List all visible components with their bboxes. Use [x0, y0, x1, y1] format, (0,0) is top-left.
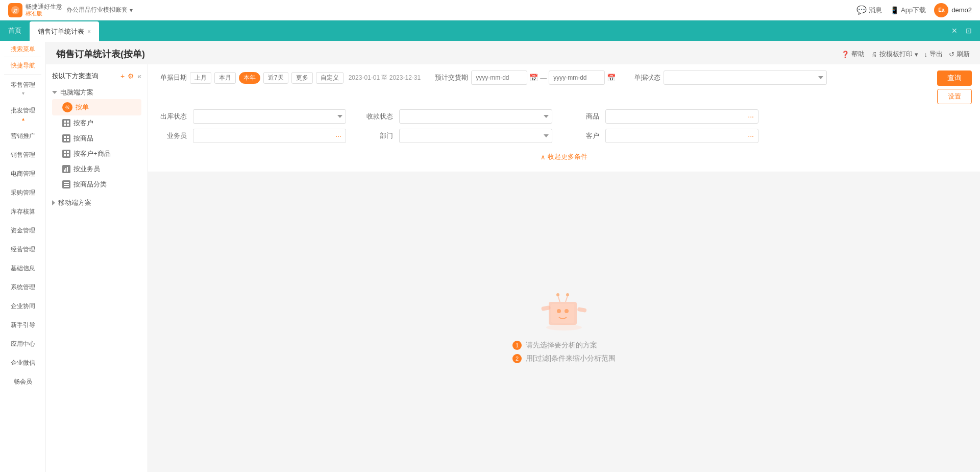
scheme-item-by-product-category[interactable]: 按商品分类	[52, 177, 141, 192]
sidebar-item-wholesale[interactable]: 批发管理 ▴	[0, 101, 45, 127]
expected-date-end-icon[interactable]: 📅	[607, 74, 616, 82]
window-maximize-button[interactable]: ⊡	[964, 26, 974, 36]
sidebar-item-appcenter[interactable]: 应用中心	[0, 335, 45, 353]
window-controls: ✕ ⊡	[949, 26, 980, 36]
export-button[interactable]: ↓ 导出	[924, 50, 943, 59]
user-profile[interactable]: Ea demo2	[934, 3, 972, 17]
empty-state: 1 请先选择要分析的方案 2 用[过滤]条件来缩小分析范围	[148, 172, 980, 472]
sidebar-divider-1	[4, 57, 41, 57]
date-range-display: 2023-01-01 至 2023-12-31	[349, 74, 421, 82]
filter-row-1: 单据日期 上月 本月 本年 近7天 更多 自定义	[156, 70, 972, 104]
query-button[interactable]: 查询	[937, 70, 972, 86]
svg-rect-5	[67, 124, 69, 126]
sidebar-item-ecommerce[interactable]: 电商管理	[0, 164, 45, 183]
svg-point-23	[557, 309, 561, 313]
scheme-item-by-salesperson[interactable]: 按业务员	[52, 161, 141, 177]
date-label: 单据日期	[156, 73, 187, 82]
desktop-group-header[interactable]: 电脑端方案	[52, 86, 141, 99]
refresh-button[interactable]: ↺ 刷新	[949, 50, 970, 59]
svg-rect-6	[64, 136, 66, 138]
filter-area: 单据日期 上月 本月 本年 近7天 更多 自定义	[148, 64, 980, 172]
app-download-button[interactable]: 📱 App下载	[890, 6, 926, 15]
date-btn-this-month[interactable]: 本月	[214, 72, 236, 84]
svg-point-30	[566, 293, 569, 296]
expected-date-start-input[interactable]	[471, 70, 527, 85]
help-button[interactable]: ❓ 帮助	[841, 50, 865, 59]
sidebar-item-system[interactable]: 系统管理	[0, 278, 45, 297]
right-panel: 单据日期 上月 本月 本年 近7天 更多 自定义	[148, 64, 980, 472]
desktop-group-expand-icon	[52, 91, 57, 94]
left-panel-icons: + ⚙ «	[120, 72, 141, 80]
print-button[interactable]: 🖨 按模板打印 ▾	[871, 50, 918, 59]
message-icon: 💬	[856, 5, 867, 15]
app-title-dropdown[interactable]: 办公用品行业模拟账套 ▾	[66, 6, 133, 14]
add-scheme-button[interactable]: +	[120, 72, 125, 80]
svg-rect-10	[64, 151, 66, 153]
salesperson-dots[interactable]: ···	[335, 132, 341, 140]
sidebar-item-wechat[interactable]: 企业微信	[0, 353, 45, 372]
date-btn-this-year[interactable]: 本年	[239, 72, 260, 84]
collapse-panel-button[interactable]: «	[137, 72, 141, 80]
print-icon: 🖨	[871, 51, 877, 58]
svg-point-24	[565, 309, 569, 313]
window-close-button[interactable]: ✕	[949, 26, 960, 36]
order-status-group: 单据状态	[630, 70, 827, 85]
svg-rect-19	[64, 186, 69, 187]
wholesale-expand-icon: ▴	[22, 116, 24, 122]
message-button[interactable]: 💬 消息	[856, 5, 882, 15]
customer-dots[interactable]: ···	[748, 132, 754, 140]
scheme-icon-by-order: 按	[62, 102, 72, 112]
sidebar-item-finance[interactable]: 资金管理	[0, 221, 45, 240]
tab-sales-order-stats[interactable]: 销售订单统计表 ×	[30, 21, 99, 42]
date-btn-custom[interactable]: 自定义	[316, 72, 344, 84]
sidebar-item-sales[interactable]: 销售管理	[0, 146, 45, 164]
svg-point-20	[546, 324, 582, 331]
salesperson-input-area[interactable]: ···	[193, 129, 346, 143]
sidebar-item-newbie[interactable]: 新手引导	[0, 316, 45, 335]
scheme-item-by-customer-product[interactable]: 按客户+商品	[52, 146, 141, 161]
sidebar-item-basics[interactable]: 基础信息	[0, 259, 45, 278]
svg-rect-13	[67, 154, 69, 156]
scheme-item-by-product[interactable]: 按商品	[52, 131, 141, 146]
sidebar-item-purchase[interactable]: 采购管理	[0, 183, 45, 202]
svg-rect-8	[64, 139, 66, 141]
date-btn-last-month[interactable]: 上月	[190, 72, 211, 84]
empty-tip-2: 2 用[过滤]条件来缩小分析范围	[512, 354, 616, 363]
sidebar-item-member[interactable]: 畅会员	[0, 372, 45, 391]
scheme-icon-by-salesperson	[62, 165, 70, 173]
expected-date-label: 预计交货期	[435, 73, 468, 82]
svg-rect-15	[65, 168, 66, 172]
expected-date-start-icon[interactable]: 📅	[529, 74, 538, 82]
product-dots[interactable]: ···	[748, 112, 754, 121]
settings-scheme-button[interactable]: ⚙	[128, 72, 134, 80]
mobile-group-header[interactable]: 移动端方案	[52, 196, 141, 209]
payment-status-select[interactable]	[399, 109, 552, 124]
order-status-select[interactable]	[664, 70, 827, 85]
sidebar-item-marketing[interactable]: 营销推广	[0, 127, 45, 146]
date-filter-group: 单据日期 上月 本月 本年 近7天 更多 自定义	[156, 72, 344, 84]
scheme-item-by-customer[interactable]: 按客户	[52, 115, 141, 131]
delivery-status-select[interactable]	[193, 109, 346, 124]
collapse-filter-button[interactable]: ∧ 收起更多条件	[156, 148, 972, 166]
mobile-group-expand-icon	[52, 200, 55, 205]
department-select[interactable]	[399, 129, 552, 143]
sidebar-item-inventory[interactable]: 库存核算	[0, 202, 45, 221]
scheme-item-by-order[interactable]: 按 按单	[52, 99, 141, 115]
sidebar-item-enterprise[interactable]: 企业协同	[0, 297, 45, 316]
customer-input-area[interactable]: ···	[605, 129, 758, 143]
svg-rect-9	[67, 139, 69, 141]
sidebar-item-retail[interactable]: 零售管理 ▾	[0, 76, 45, 101]
setting-button[interactable]: 设置	[937, 89, 972, 104]
sidebar-quick-nav[interactable]: 快捷导航	[0, 58, 45, 73]
product-input-area[interactable]: ···	[605, 109, 758, 124]
sidebar-item-operations[interactable]: 经营管理	[0, 240, 45, 259]
sidebar-search[interactable]: 搜索菜单	[0, 41, 45, 56]
svg-point-28	[556, 293, 559, 296]
date-btn-more[interactable]: 更多	[291, 72, 313, 84]
expected-date-end-input[interactable]	[549, 70, 605, 85]
tab-home[interactable]: 首页	[0, 20, 30, 41]
sidebar: 搜索菜单 快捷导航 零售管理 ▾ 批发管理 ▴ 营销推广 销售管理 电商管理 采…	[0, 41, 46, 472]
date-btn-7days[interactable]: 近7天	[263, 72, 288, 84]
tab-close-icon[interactable]: ×	[87, 28, 91, 35]
empty-tips: 1 请先选择要分析的方案 2 用[过滤]条件来缩小分析范围	[512, 341, 616, 363]
